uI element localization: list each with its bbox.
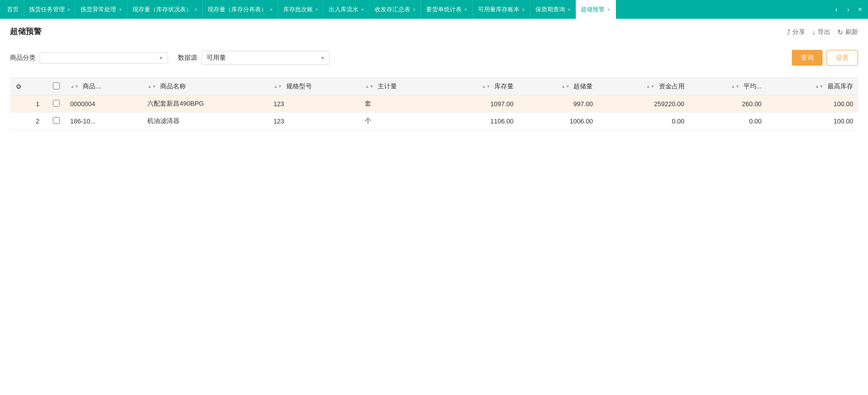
th-unit[interactable]: ▲▼ 主计量	[360, 78, 439, 95]
nav-inventory-status-close[interactable]: ×	[194, 6, 197, 12]
refresh-icon: ↻	[837, 28, 843, 36]
nav-overstock-label: 超储预警	[581, 5, 605, 14]
th-spec[interactable]: ▲▼ 规格型号	[268, 78, 360, 95]
nav-next-btn[interactable]: ›	[842, 0, 854, 19]
page-header: 超储预警 ⤴ 分享 ↓ 导出 ↻ 刷新	[10, 27, 858, 37]
row-gear-cell	[10, 95, 28, 113]
nav-home[interactable]: 首页	[2, 0, 24, 19]
th-checkbox[interactable]	[47, 78, 65, 95]
nav-available[interactable]: 可用量库存账本 ×	[473, 0, 530, 19]
nav-overstock[interactable]: 超储预警 ×	[576, 0, 615, 19]
th-over-label: 超储量	[573, 82, 593, 90]
datasource-select-value: 可用量	[207, 53, 226, 62]
th-index	[28, 78, 47, 95]
nav-exception-close[interactable]: ×	[119, 6, 122, 12]
th-gear[interactable]: ⚙	[10, 78, 28, 95]
sort-code-icon: ▲▼	[70, 84, 79, 89]
th-over[interactable]: ▲▼ 超储量	[519, 78, 598, 95]
nav-inout-label: 出入库流水	[329, 5, 358, 14]
nav-available-label: 可用量库存账本	[478, 5, 520, 14]
th-stock[interactable]: ▲▼ 库存量	[439, 78, 519, 95]
nav-expiry[interactable]: 保质期查询 ×	[530, 0, 576, 19]
nav-inventory-dist-label: 现存量（库存分布表）	[208, 5, 267, 14]
nav-inout[interactable]: 出入库流水 ×	[324, 0, 369, 19]
table-body: 1 0000004 六配套新昌490BPG 123 套 1097.00 997.…	[10, 95, 858, 130]
row-stock: 1097.00	[439, 95, 519, 113]
category-label: 商品分类	[10, 53, 36, 62]
select-all-checkbox[interactable]	[53, 82, 60, 89]
nav-exception[interactable]: 拣货异常处理 ×	[76, 0, 127, 19]
share-button[interactable]: ⤴ 分享	[787, 28, 805, 37]
row-spec: 123	[268, 113, 360, 130]
nav-task-close[interactable]: ×	[67, 6, 70, 12]
export-button[interactable]: ↓ 导出	[812, 28, 830, 37]
row-unit: 套	[360, 95, 439, 113]
settings-button[interactable]: 设置	[826, 50, 858, 66]
row-avg: 260.00	[690, 95, 767, 113]
nav-close-all-btn[interactable]: ×	[854, 0, 866, 19]
main-content: 超储预警 ⤴ 分享 ↓ 导出 ↻ 刷新 商品分类 ▾ 数据源	[0, 19, 868, 395]
row-name: 六配套新昌490BPG	[142, 95, 268, 113]
nav-expiry-label: 保质期查询	[535, 5, 565, 14]
row-checkbox[interactable]	[53, 100, 60, 107]
filter-row: 商品分类 ▾ 数据源 可用量 ▾ 查询 设置	[10, 45, 858, 71]
th-stock-label: 库存量	[494, 82, 514, 90]
row-name: 机油滤清器	[142, 113, 268, 130]
sort-avg-icon: ▲▼	[731, 84, 740, 89]
nav-summary[interactable]: 收发存汇总表 ×	[370, 0, 421, 19]
nav-expiry-close[interactable]: ×	[567, 6, 570, 12]
row-over: 1006.00	[519, 113, 598, 130]
sort-over-icon: ▲▼	[561, 84, 570, 89]
th-max-label: 最高库存	[827, 82, 853, 90]
refresh-button[interactable]: ↻ 刷新	[837, 28, 858, 37]
row-checkbox-cell[interactable]	[47, 113, 65, 130]
nav-summary-label: 收发存汇总表	[375, 5, 410, 14]
nav-arrows: ‹ › ×	[830, 0, 866, 19]
row-checkbox-cell[interactable]	[47, 95, 65, 113]
row-checkbox[interactable]	[53, 117, 60, 124]
th-name-label: 商品名称	[160, 82, 186, 90]
row-capital: 0.00	[598, 113, 689, 130]
th-avg-label: 平均...	[743, 82, 762, 90]
nav-order-stat-label: 要货单统计表	[426, 5, 462, 14]
datasource-label: 数据源	[178, 53, 197, 62]
nav-home-label: 首页	[7, 5, 19, 14]
nav-available-close[interactable]: ×	[522, 6, 525, 12]
datasource-select[interactable]: 可用量 ▾	[201, 51, 330, 65]
nav-exception-label: 拣货异常处理	[81, 5, 116, 14]
category-select[interactable]: ▾	[40, 52, 168, 64]
th-max[interactable]: ▲▼ 最高库存	[767, 78, 858, 95]
nav-batch[interactable]: 库存批次账 ×	[278, 0, 324, 19]
top-nav: 首页 拣货任务管理 × 拣货异常处理 × 现存量（库存状况表） × 现存量（库存…	[0, 0, 868, 19]
query-button[interactable]: 查询	[792, 50, 823, 66]
nav-prev-btn[interactable]: ‹	[830, 0, 842, 19]
page-title: 超储预警	[10, 27, 42, 37]
nav-task[interactable]: 拣货任务管理 ×	[24, 0, 76, 19]
sort-max-icon: ▲▼	[815, 84, 824, 89]
nav-inout-close[interactable]: ×	[361, 6, 364, 12]
data-table: ⚙ ▲▼ 商品... ▲▼ 商品名称 ▲▼ 规格型号 ▲▼	[10, 78, 858, 130]
table-row: 2 186-10... 机油滤清器 123 个 1106.00 1006.00 …	[10, 113, 858, 130]
row-index: 1	[28, 95, 47, 113]
nav-inventory-status[interactable]: 现存量（库存状况表） ×	[128, 0, 203, 19]
table-header-row: ⚙ ▲▼ 商品... ▲▼ 商品名称 ▲▼ 规格型号 ▲▼	[10, 78, 858, 95]
nav-batch-label: 库存批次账	[283, 5, 313, 14]
category-filter-group: 商品分类 ▾	[10, 52, 168, 64]
th-name[interactable]: ▲▼ 商品名称	[142, 78, 268, 95]
row-over: 997.00	[519, 95, 598, 113]
nav-order-stat-close[interactable]: ×	[464, 6, 467, 12]
table-row: 1 0000004 六配套新昌490BPG 123 套 1097.00 997.…	[10, 95, 858, 113]
nav-inventory-dist[interactable]: 现存量（库存分布表） ×	[203, 0, 278, 19]
nav-summary-close[interactable]: ×	[413, 6, 416, 12]
th-capital[interactable]: ▲▼ 资金占用	[598, 78, 689, 95]
nav-inventory-status-label: 现存量（库存状况表）	[132, 5, 192, 14]
th-code[interactable]: ▲▼ 商品...	[65, 78, 142, 95]
refresh-label: 刷新	[845, 28, 858, 37]
nav-overstock-close[interactable]: ×	[607, 6, 610, 12]
th-spec-label: 规格型号	[286, 82, 312, 90]
th-avg[interactable]: ▲▼ 平均...	[690, 78, 767, 95]
nav-order-stat[interactable]: 要货单统计表 ×	[421, 0, 473, 19]
nav-batch-close[interactable]: ×	[315, 6, 318, 12]
th-unit-label: 主计量	[378, 82, 397, 90]
nav-inventory-dist-close[interactable]: ×	[269, 6, 272, 12]
